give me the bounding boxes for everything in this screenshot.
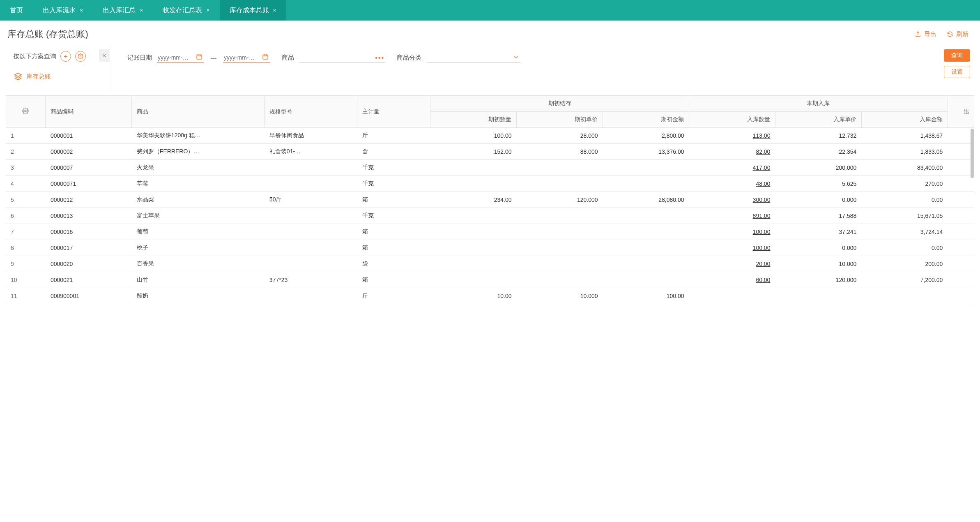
- cell-unit: 箱: [357, 272, 430, 288]
- category-input[interactable]: [426, 53, 521, 63]
- scheme-item-inventory[interactable]: 库存总账: [13, 72, 105, 81]
- row-index: 4: [6, 176, 46, 192]
- cell-open-qty: [430, 240, 517, 256]
- scrollbar-thumb[interactable]: [971, 129, 974, 178]
- product-input[interactable]: [299, 53, 385, 63]
- export-label: 导出: [924, 30, 936, 38]
- cell-unit: 千克: [357, 208, 430, 224]
- close-icon[interactable]: ×: [140, 7, 143, 14]
- cell-in-qty[interactable]: 113.00: [689, 128, 775, 144]
- svg-rect-1: [197, 55, 202, 59]
- table-row[interactable]: 30000007火龙果千克417.00200.00083,400.00: [6, 160, 974, 176]
- cell-in-qty[interactable]: [689, 288, 775, 304]
- cell-name: 火龙果: [132, 160, 265, 176]
- col-group-in: 本期入库: [689, 96, 948, 112]
- category-field: 商品分类: [397, 53, 521, 63]
- close-icon[interactable]: ×: [273, 7, 276, 14]
- tab-io-flow[interactable]: 出入库流水×: [33, 0, 93, 21]
- table-row[interactable]: 80000017桃子箱100.000.0000.00: [6, 240, 974, 256]
- col-in-price[interactable]: 入库单价: [775, 112, 861, 128]
- col-unit[interactable]: 主计量: [357, 96, 430, 128]
- col-name[interactable]: 商品: [132, 96, 265, 128]
- cell-spec: [265, 288, 357, 304]
- col-in-amt[interactable]: 入库金额: [861, 112, 948, 128]
- export-button[interactable]: 导出: [914, 30, 936, 38]
- col-spec[interactable]: 规格型号: [265, 96, 357, 128]
- cell-spec: [265, 240, 357, 256]
- cell-unit: 千克: [357, 160, 430, 176]
- cell-in-qty[interactable]: 60.00: [689, 272, 775, 288]
- cell-in-price: [775, 288, 861, 304]
- cell-open-qty: [430, 160, 517, 176]
- table-row[interactable]: 60000013富士苹果千克891.0017.58815,671.05: [6, 208, 974, 224]
- calendar-icon[interactable]: [196, 53, 203, 61]
- cell-in-amt: 0.00: [861, 240, 948, 256]
- cell-code: 000900001: [46, 288, 132, 304]
- table-row[interactable]: 70000016葡萄箱100.0037.2413,724.14: [6, 224, 974, 240]
- cell-open-qty: 152.00: [430, 144, 517, 160]
- table-row[interactable]: 20000002费列罗（FERRERO）…礼盒装01-…盒152.0088.00…: [6, 144, 974, 160]
- table-row[interactable]: 11000900001酸奶斤10.0010.000100.00: [6, 288, 974, 304]
- cell-open-price: [517, 256, 603, 272]
- cell-in-qty[interactable]: 300.00: [689, 192, 775, 208]
- add-scheme-button[interactable]: ＋: [60, 51, 71, 62]
- settings-button[interactable]: 设置: [944, 66, 970, 78]
- tab-label: 出入库流水: [43, 6, 76, 15]
- col-open-amt[interactable]: 期初金额: [603, 112, 689, 128]
- refresh-button[interactable]: 刷新: [946, 30, 968, 38]
- close-icon[interactable]: ×: [80, 7, 83, 14]
- table-row[interactable]: 10000001华美华夫软饼1200g 糕…早餐休闲食品斤100.0028.00…: [6, 128, 974, 144]
- cell-in-price: 22.354: [775, 144, 861, 160]
- cell-in-qty[interactable]: 417.00: [689, 160, 775, 176]
- table-row[interactable]: 100000021山竹377*23箱60.00120.0007,200.00: [6, 272, 974, 288]
- cell-in-qty[interactable]: 82.00: [689, 144, 775, 160]
- col-code[interactable]: 商品编码: [46, 96, 132, 128]
- cell-unit: 千克: [357, 176, 430, 192]
- cell-open-amt: [603, 256, 689, 272]
- tab-inventory-cost[interactable]: 库存成本总账×: [220, 0, 286, 21]
- cell-open-price: [517, 208, 603, 224]
- tab-receive-send[interactable]: 收发存汇总表×: [153, 0, 219, 21]
- vertical-scrollbar[interactable]: [970, 129, 974, 304]
- col-open-price[interactable]: 期初单价: [517, 112, 603, 128]
- refresh-label: 刷新: [956, 30, 968, 38]
- table-row[interactable]: 90000020百香果袋20.0010.000200.00: [6, 256, 974, 272]
- cell-in-price: 0.000: [775, 192, 861, 208]
- row-index: 7: [6, 224, 46, 240]
- refresh-icon: [946, 30, 954, 38]
- cell-open-amt: [603, 224, 689, 240]
- col-out-partial: 出: [948, 96, 974, 128]
- cell-open-price: 120.000: [517, 192, 603, 208]
- tab-home[interactable]: 首页: [0, 0, 33, 21]
- cell-name: 山竹: [132, 272, 265, 288]
- cell-in-qty[interactable]: 20.00: [689, 256, 775, 272]
- col-in-qty[interactable]: 入库数量: [689, 112, 775, 128]
- table-row[interactable]: 400000071草莓千克48.005.625270.00: [6, 176, 974, 192]
- close-icon[interactable]: ×: [206, 7, 209, 14]
- cell-open-qty: [430, 208, 517, 224]
- collapse-panel-button[interactable]: [99, 49, 110, 62]
- cell-open-qty: 234.00: [430, 192, 517, 208]
- cell-in-price: 200.000: [775, 160, 861, 176]
- cell-in-qty[interactable]: 100.00: [689, 240, 775, 256]
- product-field: 商品 •••: [282, 53, 385, 63]
- calendar-icon[interactable]: [262, 53, 269, 61]
- cell-in-amt: 0.00: [861, 192, 948, 208]
- tab-io-summary[interactable]: 出入库汇总×: [93, 0, 153, 21]
- cell-spec: [265, 176, 357, 192]
- svg-point-3: [25, 110, 26, 112]
- cell-in-qty[interactable]: 48.00: [689, 176, 775, 192]
- chevron-down-icon[interactable]: [513, 53, 520, 63]
- cell-unit: 箱: [357, 224, 430, 240]
- cell-in-qty[interactable]: 100.00: [689, 224, 775, 240]
- cell-code: 0000013: [46, 208, 132, 224]
- ellipsis-icon[interactable]: •••: [375, 54, 384, 62]
- cell-code: 0000021: [46, 272, 132, 288]
- scheme-settings-button[interactable]: [75, 51, 86, 62]
- cell-in-qty[interactable]: 891.00: [689, 208, 775, 224]
- col-open-qty[interactable]: 期初数量: [430, 112, 517, 128]
- table-row[interactable]: 50000012水晶梨50斤箱234.00120.00028,080.00300…: [6, 192, 974, 208]
- table-config-button[interactable]: [6, 96, 46, 128]
- category-label: 商品分类: [397, 54, 421, 62]
- query-button[interactable]: 查询: [944, 49, 970, 62]
